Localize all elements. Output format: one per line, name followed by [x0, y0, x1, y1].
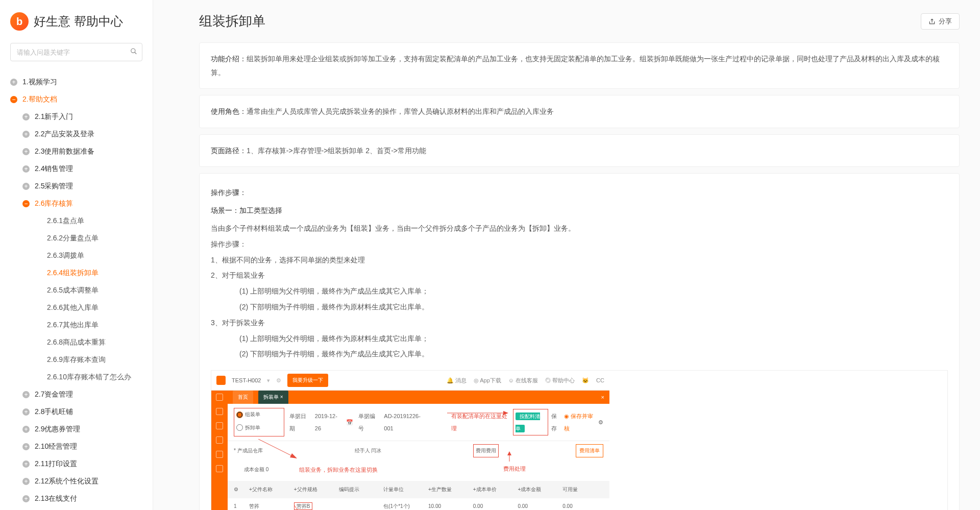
fig-app: ◎ App下载	[474, 374, 501, 386]
fig-tabs: 首页 拆装单 × ×	[228, 391, 609, 404]
fig-approve: ◉ 保存并审核	[564, 410, 595, 434]
logo-title: 好生意 帮助中心	[34, 13, 123, 30]
scene-desc: 当由多个子件材料组装成一个成品的业务为【组装】业务，当由一个父件拆分成多个子产品…	[211, 221, 948, 236]
fig-date-label: 单据日期	[289, 410, 310, 434]
plus-icon	[22, 426, 30, 433]
fig-user: CC	[596, 374, 604, 386]
svg-line-1	[135, 52, 137, 54]
fig-help: ◎ 帮助中心	[545, 374, 575, 386]
intro-label: 功能介绍：	[211, 55, 247, 63]
fig-logo-icon	[216, 376, 226, 385]
fig-close-icon: ×	[601, 391, 604, 403]
fig-green-btn: 按配料清单	[516, 412, 540, 432]
path-label: 页面路径：	[211, 147, 247, 155]
nav-item-214[interactable]: 2.14常见问题	[22, 507, 142, 510]
fig-upgrade-btn: 我要升级一下	[287, 374, 328, 387]
nav-label: 2.10经营管理	[35, 442, 77, 451]
nav-item-268[interactable]: 2.6.8商品成本重算	[47, 334, 142, 351]
nav-item-23[interactable]: 2.3使用前数据准备	[22, 143, 142, 160]
fig-side-icon	[216, 422, 223, 429]
fig-tab-form: 拆装单 ×	[258, 391, 288, 404]
nav-item-262[interactable]: 2.6.2分量盘点单	[47, 230, 142, 247]
fig-fee-box: 费用费用	[473, 444, 499, 457]
fig-side-icon	[216, 451, 223, 458]
plus-icon	[22, 478, 30, 485]
nav-label: 2.11打印设置	[35, 459, 77, 469]
svg-marker-5	[290, 453, 297, 458]
fig-radio-disassemble	[236, 424, 243, 431]
step-1: 1、根据不同的业务，选择不同单据的类型来处理	[211, 252, 948, 268]
nav-item-26[interactable]: 2.6库存核算	[22, 195, 142, 212]
fig-toolbar: 组装单 拆卸单 单据日期 2019-12-26 📅 单据编号 AD-201912…	[228, 404, 609, 441]
fig-side-icon	[216, 394, 223, 401]
step-2: 2、对于组装业务	[211, 268, 948, 283]
plus-icon	[22, 113, 30, 120]
nav-item-21[interactable]: 2.1新手入门	[22, 108, 142, 126]
nav-item-266[interactable]: 2.6.6其他入库单	[47, 299, 142, 317]
fig-code-val: AD-20191226-001	[384, 410, 426, 434]
svg-line-4	[258, 439, 294, 457]
share-icon	[928, 18, 936, 25]
nav-item-264[interactable]: 2.6.4组装拆卸单	[47, 264, 142, 282]
nav-item-261[interactable]: 2.6.1盘点单	[47, 212, 142, 230]
nav-item-25[interactable]: 2.5采购管理	[22, 178, 142, 195]
fig-sidebar	[211, 391, 228, 510]
logo: b 好生意 帮助中心	[10, 12, 142, 31]
share-label: 分享	[939, 17, 952, 26]
nav-item-24[interactable]: 2.4销售管理	[22, 160, 142, 178]
step-2-1: (1) 上部明细为父件明细，最终作为产成品生成其它入库单；	[211, 283, 948, 299]
nav-item-212[interactable]: 2.12系统个性化设置	[22, 473, 142, 490]
nav-label: 2.6.1盘点单	[47, 216, 84, 226]
nav-item-docs[interactable]: 2.帮助文档	[10, 91, 142, 108]
role-label: 使用角色：	[211, 107, 247, 115]
fig-side-icon	[216, 436, 223, 444]
nav-label: 2.7资金管理	[35, 390, 73, 399]
nav-label: 2.6.6其他入库单	[47, 303, 99, 312]
step-3-1: (1) 上部明细为父件明细，最终作为原材料生成其它出库单；	[211, 331, 948, 347]
search-icon[interactable]	[130, 48, 137, 57]
plus-icon	[22, 391, 30, 398]
logo-icon: b	[10, 12, 29, 31]
nav-item-28[interactable]: 2.8手机旺铺	[22, 403, 142, 421]
title-row: 组装拆卸单 分享	[199, 12, 960, 30]
nav-item-263[interactable]: 2.6.3调拨单	[47, 247, 142, 264]
fig-note2: 组装业务，拆卸业务在这里切换	[299, 464, 378, 476]
nav-item-27[interactable]: 2.7资金管理	[22, 386, 142, 403]
step-2-2: (2) 下部明细为子件明细，最终作为原材料生成其它出库单。	[211, 299, 948, 315]
nav-item-22[interactable]: 2.2产品安装及登录	[22, 126, 142, 143]
nav-label: 2.6.8商品成本重算	[47, 338, 106, 347]
plus-icon	[22, 183, 30, 190]
nav-label: 2.6.3调拨单	[47, 251, 84, 260]
steps-title: 操作步骤：	[211, 185, 948, 201]
nav-item-265[interactable]: 2.6.5成本调整单	[47, 282, 142, 299]
fig-avatar: 🐱	[582, 374, 589, 386]
fig-code: TEST-H002	[232, 374, 261, 386]
nav-label: 1.视频学习	[22, 78, 57, 87]
nav-item-211[interactable]: 2.11打印设置	[22, 455, 142, 473]
nav-label: 2.13在线支付	[35, 494, 77, 503]
plus-icon	[22, 443, 30, 450]
nav-item-269[interactable]: 2.6.9库存账本查询	[47, 351, 142, 369]
nav-item-210[interactable]: 2.10经营管理	[22, 438, 142, 455]
fig-side-icon	[216, 465, 223, 472]
fig-date-val: 2019-12-26	[315, 410, 341, 434]
nav-item-213[interactable]: 2.13在线支付	[22, 490, 142, 507]
search-input[interactable]	[10, 43, 142, 61]
fig-side-icon	[216, 408, 223, 415]
content-card: 操作步骤： 场景一：加工类型选择 当由多个子件材料组装成一个成品的业务为【组装】…	[199, 173, 960, 510]
minus-icon	[22, 200, 30, 207]
nav-item-267[interactable]: 2.6.7其他出库单	[47, 317, 142, 334]
plus-icon	[22, 495, 30, 502]
nav-item-video[interactable]: 1.视频学习	[10, 74, 142, 91]
screenshot-figure: TEST-H002 ▾ ⚙ 我要升级一下 🔔 消息 ◎ App下载 ☺ 在线客服…	[211, 370, 948, 510]
steps-label: 操作步骤：	[211, 236, 948, 252]
nav-item-29[interactable]: 2.9优惠券管理	[22, 421, 142, 438]
nav-label: 2.6.10库存账本错了怎么办	[47, 373, 131, 382]
nav-item-2610[interactable]: 2.6.10库存账本错了怎么办	[47, 369, 142, 386]
scene-title: 场景一：加工类型选择	[211, 203, 948, 218]
fig-code-label: 单据编号	[358, 410, 379, 434]
share-button[interactable]: 分享	[921, 13, 960, 30]
nav-label: 2.帮助文档	[22, 95, 57, 104]
nav: 1.视频学习 2.帮助文档 2.1新手入门 2.2产品安装及登录 2.3使用前数…	[10, 74, 142, 510]
plus-icon	[22, 148, 30, 155]
